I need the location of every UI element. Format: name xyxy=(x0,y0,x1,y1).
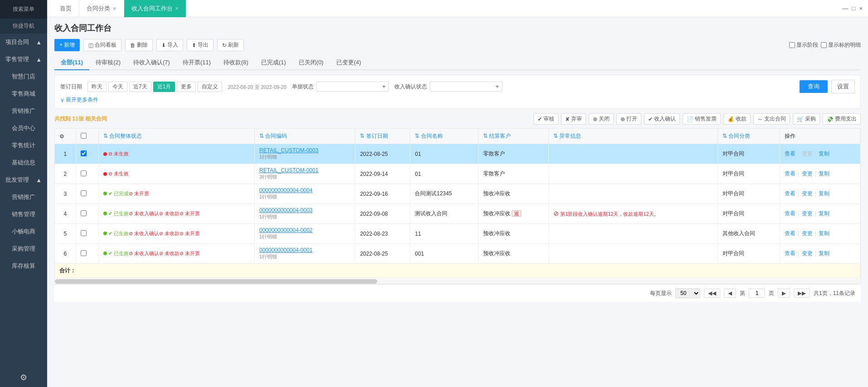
sidebar-item-marketing2[interactable]: 营销推广 xyxy=(0,189,47,206)
contract-code-link[interactable]: RETAIL_CUSTOM-0001 xyxy=(259,167,350,174)
op-变更[interactable]: 变更 xyxy=(802,250,813,256)
op-变更[interactable]: 变更 xyxy=(802,170,813,177)
contract-code-link[interactable]: 0000000000004-0001 xyxy=(259,247,350,253)
sidebar-item-sales-mgmt[interactable]: 销售管理 xyxy=(0,206,47,223)
op-变更[interactable]: 变更 xyxy=(802,210,813,217)
horizontal-scrollbar[interactable] xyxy=(55,279,860,284)
sidebar-item-purchase-mgmt[interactable]: 采购管理 xyxy=(0,240,47,257)
sidebar-item-project-contract[interactable]: 项目合同▲ xyxy=(0,34,47,51)
action-btn-review[interactable]: ✔审核 xyxy=(533,113,558,125)
action-btn-open[interactable]: ⊕打开 xyxy=(616,113,641,125)
cell-checkbox[interactable] xyxy=(76,164,98,184)
table-row[interactable]: 4✔ 已生效⊘ 未收入确认⊘ 未收款⊘ 未开票0000000000004-000… xyxy=(55,204,860,224)
tab-close-contract-category[interactable]: × xyxy=(113,5,116,12)
sub-tab-changed[interactable]: 已变更(4) xyxy=(330,56,368,70)
op-复制[interactable]: 复制 xyxy=(819,210,829,217)
query-button[interactable]: 查询 xyxy=(800,80,828,93)
sidebar-item-inventory[interactable]: 库存核算 xyxy=(0,257,47,275)
select-all-checkbox[interactable] xyxy=(81,133,87,139)
window-minimize[interactable]: — xyxy=(843,5,849,12)
op-查看[interactable]: 查看 xyxy=(785,190,795,197)
sidebar-item-xiaochang[interactable]: 小畅电商 xyxy=(0,223,47,240)
sidebar-item-smart-store[interactable]: 智慧门店 xyxy=(0,68,47,85)
tab-close-income-contract[interactable]: × xyxy=(175,5,179,12)
per-page-select[interactable]: 50 100 xyxy=(675,288,700,298)
sidebar-item-basic-info[interactable]: 基础信息 xyxy=(0,154,47,171)
show-details-input[interactable] xyxy=(821,42,827,48)
op-查看[interactable]: 查看 xyxy=(785,210,795,217)
refresh-button[interactable]: ↻ 刷新 xyxy=(217,39,244,51)
sidebar-search[interactable]: 搜索菜单 xyxy=(0,0,47,19)
action-btn-purchase[interactable]: 🛒采购 xyxy=(793,113,820,125)
first-page-button[interactable]: ◀◀ xyxy=(704,289,720,298)
window-close[interactable]: × xyxy=(859,5,863,12)
row-checkbox[interactable] xyxy=(81,230,87,236)
tab-home[interactable]: 首页 xyxy=(53,0,79,17)
window-maximize[interactable]: □ xyxy=(852,5,856,12)
delete-button[interactable]: 🗑 删除 xyxy=(125,39,153,51)
sidebar-nav[interactable]: 快捷导航 xyxy=(0,19,47,34)
contract-panel-button[interactable]: ◫ 合同看板 xyxy=(83,39,121,51)
action-btn-collect[interactable]: 💰收款 xyxy=(723,113,751,125)
page-input[interactable] xyxy=(749,289,765,298)
import-button[interactable]: ⬇ 导入 xyxy=(156,39,183,51)
show-stages-checkbox[interactable]: 显示阶段 xyxy=(789,41,818,49)
row-checkbox[interactable] xyxy=(81,150,87,156)
show-stages-input[interactable] xyxy=(789,42,795,48)
sub-tab-pending_payment[interactable]: 待收款(8) xyxy=(217,56,255,70)
row-checkbox[interactable] xyxy=(81,190,87,196)
table-row[interactable]: 3✔ 已完成⊘ 未开票0000000000004-00041行明细2022-09… xyxy=(55,184,860,204)
prev-page-button[interactable]: ◀ xyxy=(724,289,736,298)
cell-checkbox[interactable] xyxy=(76,244,98,264)
sub-tab-closed[interactable]: 已关闭(0) xyxy=(292,56,330,70)
table-row[interactable]: 5✔ 已生效⊘ 未收入确认⊘ 未收款⊘ 未开票0000000000004-000… xyxy=(55,224,860,244)
op-复制[interactable]: 复制 xyxy=(819,150,829,157)
expand-filter-button[interactable]: ∨ 展开更多条件 xyxy=(60,96,855,104)
date-btn-today[interactable]: 今天 xyxy=(108,82,127,92)
date-btn-yesterday[interactable]: 昨天 xyxy=(87,82,107,92)
doc-status-select[interactable] xyxy=(316,82,389,92)
op-复制[interactable]: 复制 xyxy=(819,170,829,177)
contract-code-link[interactable]: 0000000000004-0002 xyxy=(259,227,350,233)
op-变更[interactable]: 变更 xyxy=(802,190,813,197)
cell-checkbox[interactable] xyxy=(76,224,98,244)
action-btn-expense[interactable]: 💸费用支出 xyxy=(823,113,861,125)
op-查看[interactable]: 查看 xyxy=(785,230,795,237)
op-查看[interactable]: 查看 xyxy=(785,150,795,157)
cell-checkbox[interactable] xyxy=(76,144,98,164)
row-checkbox[interactable] xyxy=(81,170,87,176)
contract-code-link[interactable]: RETAIL_CUSTOM-0003 xyxy=(259,147,350,154)
action-btn-abandon[interactable]: ✘弃审 xyxy=(561,113,586,125)
contract-code-link[interactable]: 0000000000004-0004 xyxy=(259,187,350,194)
contract-code-link[interactable]: 0000000000004-0003 xyxy=(259,207,350,213)
sub-tab-pending_confirm[interactable]: 待收入确认(7) xyxy=(127,56,176,70)
sub-tab-pending_review[interactable]: 待审核(2) xyxy=(89,56,127,70)
sidebar-item-retail-mgmt[interactable]: 零售管理▲ xyxy=(0,51,47,68)
sidebar-item-wholesale-mgmt[interactable]: 批发管理▲ xyxy=(0,171,47,189)
sidebar-settings[interactable]: ⚙ xyxy=(0,368,47,387)
table-row[interactable]: 2⊘ 未生效RETAIL_CUSTOM-00013行明细2022-09-1401… xyxy=(55,164,860,184)
tab-contract-category[interactable]: 合同分类× xyxy=(79,0,124,17)
cell-checkbox[interactable] xyxy=(76,204,98,224)
op-查看[interactable]: 查看 xyxy=(785,250,795,256)
next-page-button[interactable]: ▶ xyxy=(778,289,790,298)
sidebar-item-marketing[interactable]: 营销推广 xyxy=(0,102,47,120)
table-row[interactable]: 1⊘ 未生效RETAIL_CUSTOM-00031行明细2022-08-2501… xyxy=(55,144,860,164)
action-btn-close[interactable]: ⊗关闭 xyxy=(589,113,614,125)
add-button[interactable]: + 新增 xyxy=(54,39,80,51)
row-checkbox[interactable] xyxy=(81,210,87,216)
tab-income-contract[interactable]: 收入合同工作台× xyxy=(124,0,187,17)
sub-tab-all[interactable]: 全部(11) xyxy=(54,56,89,70)
setting-button[interactable]: 设置 xyxy=(831,80,855,93)
col-checkbox[interactable] xyxy=(76,129,98,144)
receipt-confirm-select[interactable] xyxy=(430,82,502,92)
date-btn-last1month[interactable]: 近1月 xyxy=(153,82,175,92)
last-page-button[interactable]: ▶▶ xyxy=(794,289,810,298)
sub-tab-pending_invoice[interactable]: 待开票(11) xyxy=(176,56,217,70)
op-查看[interactable]: 查看 xyxy=(785,170,795,177)
col-settings[interactable]: ⚙ xyxy=(55,129,76,144)
cell-checkbox[interactable] xyxy=(76,184,98,204)
show-details-checkbox[interactable]: 显示标的明细 xyxy=(821,41,861,49)
action-btn-sales_invoice[interactable]: 📄销售发票 xyxy=(683,113,721,125)
date-btn-custom[interactable]: 自定义 xyxy=(198,82,222,92)
